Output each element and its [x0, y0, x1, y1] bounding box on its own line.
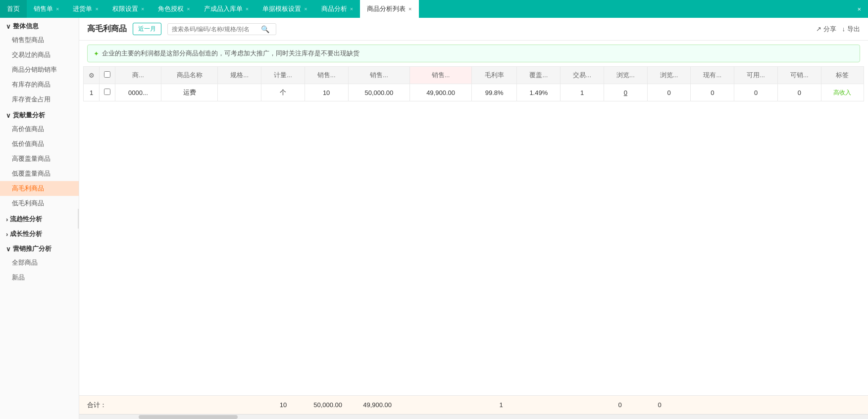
cell-saleable: 0	[777, 84, 821, 101]
col-available-stock[interactable]: 可用...	[734, 67, 778, 84]
sidebar-item-stock-capital[interactable]: 库存资金占用	[0, 92, 79, 107]
cell-checkbox[interactable]	[100, 84, 115, 101]
footer-total: 合计： 10 50,000.00 49,900.00 1	[79, 395, 868, 414]
page-title: 高毛利商品	[87, 24, 127, 34]
col-checkbox[interactable]	[100, 67, 115, 84]
nav-item-product-warehousing[interactable]: 产成品入库单 ×	[197, 0, 255, 18]
col-views1[interactable]: 浏览...	[604, 67, 647, 84]
cell-sku: 0000...	[115, 84, 161, 101]
sidebar-item-high-margin[interactable]: 高毛利商品	[0, 181, 79, 196]
export-icon: ↓	[842, 25, 846, 33]
views1-link[interactable]: 0	[624, 89, 627, 96]
footer-current-stock: 0	[600, 401, 640, 409]
cell-tag: 高收入	[821, 84, 864, 101]
info-icon: ✦	[94, 50, 99, 57]
select-all-checkbox[interactable]	[104, 71, 110, 78]
nav-item-permissions[interactable]: 权限设置 ×	[105, 0, 151, 18]
sidebar-item-traded-goods[interactable]: 交易过的商品	[0, 47, 79, 62]
nav-item-purchase[interactable]: 进货单 ×	[66, 0, 105, 18]
row-checkbox[interactable]	[104, 89, 110, 95]
sidebar-item-new-goods[interactable]: 新品	[0, 270, 79, 285]
col-sales-amount[interactable]: 销售...	[348, 67, 410, 84]
cell-name: 运费	[161, 84, 217, 101]
cell-index: 1	[84, 84, 100, 101]
share-icon: ↗	[816, 25, 821, 33]
col-sku[interactable]: 商...	[115, 67, 161, 84]
cell-current-stock: 0	[691, 84, 734, 101]
col-views2[interactable]: 浏览...	[647, 67, 691, 84]
footer-sales-qty: 10	[263, 401, 303, 409]
export-button[interactable]: ↓ 导出	[842, 25, 861, 34]
sidebar-item-low-coverage[interactable]: 低覆盖量商品	[0, 166, 79, 181]
sidebar-item-all-goods[interactable]: 全部商品	[0, 255, 79, 270]
share-button[interactable]: ↗ 分享	[816, 25, 836, 34]
col-spec[interactable]: 规格...	[218, 67, 261, 84]
cell-spec	[218, 84, 261, 101]
sidebar-group-marketing[interactable]: ∨ 营销推广分析	[0, 240, 79, 255]
nav-close-all-button[interactable]: ×	[850, 0, 868, 18]
nav-item-template-settings[interactable]: 单据模板设置 ×	[255, 0, 314, 18]
table-container[interactable]: ⚙ 商... 商品名称 规格... 计量... 销售... 销售... 销售..…	[79, 66, 868, 395]
nav-item-analysis-list[interactable]: 商品分析列表 ×	[360, 0, 418, 18]
sidebar-item-in-stock-goods[interactable]: 有库存的商品	[0, 77, 79, 92]
col-saleable[interactable]: 可销...	[777, 67, 821, 84]
sidebar-group-trend[interactable]: › 流趋性分析	[0, 211, 79, 226]
cell-views2: 0	[647, 84, 691, 101]
nav-close-template-settings[interactable]: ×	[304, 6, 307, 12]
col-tag[interactable]: 标签	[821, 67, 864, 84]
scrollbar-thumb[interactable]	[139, 415, 238, 419]
data-table: ⚙ 商... 商品名称 规格... 计量... 销售... 销售... 销售..…	[83, 66, 864, 101]
col-current-stock[interactable]: 现有...	[691, 67, 734, 84]
sidebar: 《 ∨ 整体信息 销售型商品 交易过的商品 商品分销助销率 有库存的商品 库存资…	[0, 18, 79, 419]
content-area: 高毛利商品 近一月 🔍 ↗ 分享 ↓ 导出	[79, 18, 868, 419]
col-settings[interactable]: ⚙	[84, 67, 100, 84]
sidebar-item-distribution-rate[interactable]: 商品分销助销率	[0, 62, 79, 77]
col-coverage[interactable]: 覆盖...	[517, 67, 561, 84]
nav-close-sales[interactable]: ×	[56, 6, 59, 12]
sidebar-item-low-margin[interactable]: 低毛利商品	[0, 196, 79, 211]
nav-close-purchase[interactable]: ×	[95, 6, 98, 12]
header-actions: ↗ 分享 ↓ 导出	[816, 25, 861, 34]
col-name[interactable]: 商品名称	[161, 67, 217, 84]
col-trade[interactable]: 交易...	[561, 67, 604, 84]
nav-close-product-warehousing[interactable]: ×	[246, 6, 249, 12]
top-nav: 首页 销售单 × 进货单 × 权限设置 × 角色授权 × 产成品入库单 × 单据…	[0, 0, 868, 18]
sidebar-item-high-value[interactable]: 高价值商品	[0, 122, 79, 137]
search-box: 🔍	[167, 23, 276, 35]
footer-sales-amount: 50,000.00	[303, 401, 353, 409]
cell-sales-amount: 50,000.00	[348, 84, 410, 101]
sidebar-group-growth[interactable]: › 成长性分析	[0, 226, 79, 240]
time-filter-button[interactable]: 近一月	[133, 23, 161, 35]
col-unit[interactable]: 计量...	[261, 67, 305, 84]
sidebar-group-contribution[interactable]: ∨ 贡献量分析	[0, 107, 79, 122]
sidebar-group-overall[interactable]: ∨ 整体信息	[0, 18, 79, 33]
sidebar-item-low-value[interactable]: 低价值商品	[0, 137, 79, 151]
info-banner: ✦ 企业的主要的利润都是这部分商品创造的，可考虑加大推广，同时关注库存是不要出现…	[87, 45, 860, 62]
nav-item-roles[interactable]: 角色授权 ×	[151, 0, 197, 18]
nav-close-roles[interactable]: ×	[187, 6, 190, 12]
nav-close-permissions[interactable]: ×	[141, 6, 144, 12]
col-sales-profit[interactable]: 销售...	[410, 67, 472, 84]
sidebar-item-sales-goods[interactable]: 销售型商品	[0, 33, 79, 47]
sidebar-item-high-coverage[interactable]: 高覆盖量商品	[0, 151, 79, 166]
footer-available-stock: 0	[640, 401, 679, 409]
nav-close-product-analysis[interactable]: ×	[350, 6, 353, 12]
nav-item-product-analysis[interactable]: 商品分析 ×	[314, 0, 360, 18]
nav-close-analysis-list[interactable]: ×	[408, 6, 411, 12]
nav-item-home[interactable]: 首页	[0, 0, 27, 18]
col-gross-margin[interactable]: 毛利率	[471, 67, 517, 84]
cell-available-stock: 0	[734, 84, 778, 101]
col-sales-qty[interactable]: 销售...	[305, 67, 348, 84]
search-input[interactable]	[172, 26, 261, 33]
cell-sales-qty: 10	[305, 84, 348, 101]
cell-unit: 个	[261, 84, 305, 101]
footer-trade: 1	[481, 401, 521, 409]
cell-views1[interactable]: 0	[604, 84, 647, 101]
total-label: 合计：	[87, 401, 125, 410]
horizontal-scrollbar[interactable]	[79, 414, 868, 419]
content-header: 高毛利商品 近一月 🔍 ↗ 分享 ↓ 导出	[79, 18, 868, 41]
nav-item-sales[interactable]: 销售单 ×	[27, 0, 66, 18]
search-icon[interactable]: 🔍	[261, 25, 269, 33]
table-header-row: ⚙ 商... 商品名称 规格... 计量... 销售... 销售... 销售..…	[84, 67, 864, 84]
cell-trade: 1	[561, 84, 604, 101]
